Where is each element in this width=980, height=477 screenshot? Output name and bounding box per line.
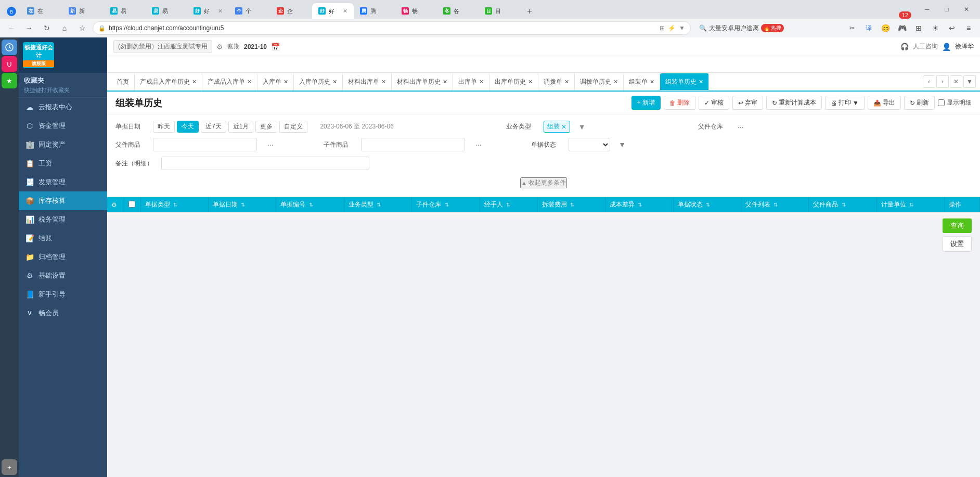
user-service-label[interactable]: 人工咨询	[913, 42, 938, 51]
col-bill-status[interactable]: 单据状态 ⇅	[673, 197, 741, 212]
display-toggle-checkbox[interactable]	[938, 99, 945, 106]
app-icon-2[interactable]: U	[2, 56, 17, 72]
sidebar-item-member[interactable]: V 畅会员	[19, 304, 107, 323]
sub-nav-right[interactable]: ›	[936, 75, 949, 88]
new-tab-button[interactable]: +	[522, 4, 537, 19]
date-btn-yesterday[interactable]: 昨天	[153, 121, 175, 133]
sidebar-item-fund[interactable]: ⬡ 资金管理	[19, 117, 107, 135]
col-checkbox[interactable]	[124, 197, 140, 212]
sidebar-item-fixed-assets[interactable]: 🏢 固定资产	[19, 135, 107, 154]
bookmark-button[interactable]: ☆	[75, 21, 89, 35]
back-button[interactable]: ←	[4, 21, 19, 35]
sub-tab-in-hist[interactable]: 入库单历史 ✕	[294, 73, 343, 90]
grid-icon[interactable]: ⊞	[911, 21, 926, 35]
biz-type-tag-close[interactable]: ✕	[561, 123, 566, 131]
horizontal-scrollbar[interactable]	[107, 212, 980, 218]
col-parent-list[interactable]: 父件列表 ⇅	[741, 197, 808, 212]
sub-tab-adjust[interactable]: 调拨单 ✕	[538, 73, 575, 90]
print-button[interactable]: 🖨 打印 ▼	[825, 96, 865, 110]
col-biz-type[interactable]: 业务类型 ⇅	[344, 197, 411, 212]
date-btn-custom[interactable]: 自定义	[279, 121, 307, 133]
user-name[interactable]: 徐泽华	[955, 42, 974, 51]
forward-button[interactable]: →	[22, 21, 36, 35]
delete-button[interactable]: 🗑 删除	[664, 96, 695, 110]
brightness-icon[interactable]: ☀	[928, 21, 943, 35]
sub-tab-prod-in-hist[interactable]: 产成品入库单历史 ✕	[135, 73, 202, 90]
col-settings[interactable]: ⚙	[107, 197, 124, 212]
sub-tab-close-mat-out-hist[interactable]: ✕	[443, 79, 447, 85]
sidebar-item-invoice[interactable]: 🧾 发票管理	[19, 173, 107, 191]
remark-input[interactable]	[161, 157, 369, 170]
date-btn-today[interactable]: 今天	[177, 121, 199, 133]
sub-tab-close-assemble-hist[interactable]: ✕	[699, 79, 703, 85]
tab-t9[interactable]: 腾 腾	[354, 3, 395, 19]
collapse-button[interactable]: ▲ 收起更多条件	[520, 177, 568, 188]
biz-type-dropdown-icon[interactable]: ▼	[578, 123, 586, 131]
tab-t3[interactable]: 易 易	[104, 3, 146, 19]
sub-tab-close-in-hist[interactable]: ✕	[332, 79, 337, 85]
dropdown-icon[interactable]: ▼	[679, 24, 685, 32]
sub-tab-close-in-order[interactable]: ✕	[283, 79, 288, 85]
sidebar-item-settings[interactable]: ⚙ 基础设置	[19, 266, 107, 285]
tab-t2[interactable]: 新 新	[62, 3, 104, 19]
query-button[interactable]: 查询	[943, 218, 972, 233]
child-goods-dots[interactable]: ···	[475, 140, 482, 149]
sidebar-favorites[interactable]: 收藏夹 快捷键打开收藏夹	[19, 73, 107, 98]
bill-status-select[interactable]	[569, 138, 610, 151]
date-btn-last7[interactable]: 近7天	[201, 121, 226, 133]
child-goods-input[interactable]	[361, 138, 465, 151]
sub-tab-out-order[interactable]: 出库单 ✕	[453, 73, 489, 90]
sub-nav-left[interactable]: ‹	[923, 75, 935, 88]
tab-t6[interactable]: 个 个	[229, 3, 270, 19]
nav-search[interactable]: 🔍 大量安卓用户逃离 🔥 热搜	[694, 21, 840, 35]
date-btn-last1m[interactable]: 近1月	[228, 121, 254, 133]
col-disassemble-cost[interactable]: 拆装费用 ⇅	[537, 197, 605, 212]
minimize-button[interactable]: ─	[918, 0, 936, 19]
sub-tab-assemble[interactable]: 组装单 ✕	[624, 73, 660, 90]
maximize-button[interactable]: □	[937, 0, 956, 19]
sidebar-item-archive[interactable]: 📁 归档管理	[19, 248, 107, 266]
sub-tab-out-hist[interactable]: 出库单历史 ✕	[489, 73, 538, 90]
sub-tab-close-out-order[interactable]: ✕	[479, 79, 484, 85]
tab-t5[interactable]: 好 好 ✕	[187, 3, 229, 19]
tab-close-t8[interactable]: ✕	[343, 8, 347, 15]
col-handler[interactable]: 经手人 ⇅	[480, 197, 537, 212]
recalc-button[interactable]: ↻ 重新计算成本	[766, 96, 822, 110]
sub-tab-home[interactable]: 首页	[111, 73, 135, 90]
app-icon-1[interactable]	[2, 40, 17, 55]
sub-tab-mat-out[interactable]: 材料出库单 ✕	[343, 73, 392, 90]
sub-tab-close-assemble[interactable]: ✕	[650, 79, 654, 85]
col-bill-date[interactable]: 单据日期 ⇅	[208, 197, 276, 212]
col-bill-type[interactable]: 单据类型 ⇅	[140, 197, 208, 212]
abandon-button[interactable]: ↩ 弃审	[732, 96, 763, 110]
sub-tab-close-prod-in-hist[interactable]: ✕	[192, 79, 197, 85]
settings-gear-icon[interactable]: ⚙	[216, 43, 223, 51]
close-button[interactable]: ✕	[957, 0, 976, 19]
col-parent-goods[interactable]: 父件商品 ⇅	[809, 197, 876, 212]
sub-tab-close-all[interactable]: ✕	[950, 75, 962, 88]
sub-tab-close-adjust-hist[interactable]: ✕	[613, 79, 618, 85]
sub-tab-prod-in[interactable]: 产成品入库单 ✕	[202, 73, 257, 90]
home-button[interactable]: ⌂	[57, 21, 72, 35]
sidebar-item-inventory[interactable]: 📦 库存核算	[19, 191, 107, 210]
menu-icon[interactable]: ≡	[961, 21, 976, 35]
tab-t12[interactable]: 目 目	[479, 3, 520, 19]
select-all-checkbox[interactable]	[128, 201, 135, 208]
sub-tab-close-out-hist[interactable]: ✕	[528, 79, 533, 85]
sub-tab-adjust-hist[interactable]: 调拨单历史 ✕	[575, 73, 624, 90]
app-icon-3[interactable]: ★	[2, 73, 17, 88]
date-btn-more[interactable]: 更多	[255, 121, 277, 133]
sidebar-item-salary[interactable]: 📋 工资	[19, 154, 107, 173]
sidebar-item-cloud-report[interactable]: ☁ 云报表中心	[19, 98, 107, 117]
game-icon[interactable]: 🎮	[895, 21, 909, 35]
sidebar-item-checkout[interactable]: 📝 结账	[19, 229, 107, 248]
emoji-icon[interactable]: 😊	[878, 21, 893, 35]
approve-button[interactable]: ✓ 审核	[699, 96, 729, 110]
display-toggle[interactable]: 显示明细	[938, 98, 972, 107]
tab-t4[interactable]: 易 易	[146, 3, 187, 19]
sidebar-item-tax[interactable]: 📊 税务管理	[19, 210, 107, 229]
parent-goods-input[interactable]	[153, 138, 257, 151]
parent-goods-dots[interactable]: ···	[267, 140, 274, 149]
translate-icon[interactable]: 译	[861, 21, 876, 35]
export-button[interactable]: 📤 导出	[868, 96, 901, 110]
